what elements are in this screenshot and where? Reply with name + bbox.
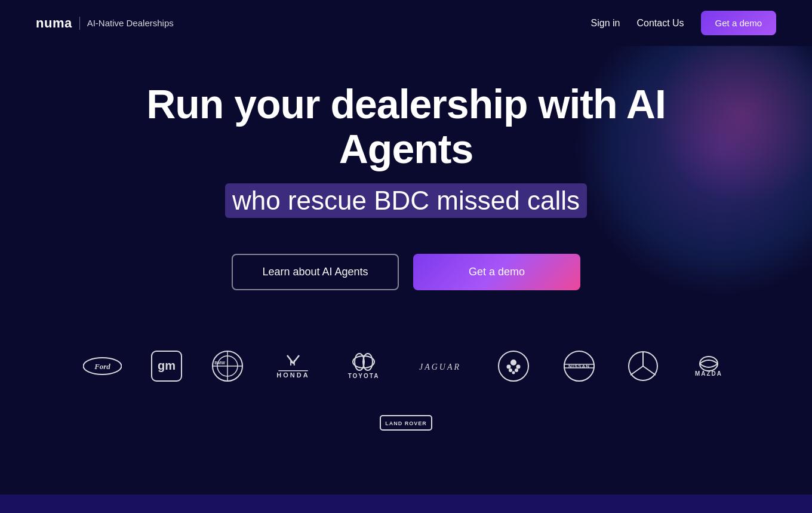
honda-logo: H HONDA xyxy=(272,352,314,379)
brand-logos-strip: Ford gm BMW H HONDA xyxy=(24,338,788,471)
navbar: numa AI-Native Dealerships Sign in Conta… xyxy=(0,0,812,46)
svg-point-22 xyxy=(515,368,518,372)
svg-point-31 xyxy=(700,357,718,371)
hero-title: Run your dealership with AI Agents xyxy=(137,82,675,171)
svg-point-23 xyxy=(512,371,515,374)
hero-section: Run your dealership with AI Agents who r… xyxy=(0,46,812,494)
contact-button[interactable]: Contact Us xyxy=(636,18,684,29)
logo-subtitle: AI-Native Dealerships xyxy=(87,18,174,28)
hero-content: Run your dealership with AI Agents who r… xyxy=(137,82,675,338)
testimonial-section: “Our service department now runs on Numa… xyxy=(0,494,812,513)
svg-point-19 xyxy=(506,364,510,368)
nav-get-demo-button[interactable]: Get a demo xyxy=(701,11,776,35)
nav-actions: Sign in Contact Us Get a demo xyxy=(591,11,776,35)
signin-button[interactable]: Sign in xyxy=(591,18,620,29)
svg-text:LAND ROVER: LAND ROVER xyxy=(385,420,427,426)
svg-line-30 xyxy=(643,366,656,375)
svg-point-20 xyxy=(516,364,520,368)
nissan-logo: NISSAN xyxy=(560,350,598,382)
svg-text:JAGUAR: JAGUAR xyxy=(419,363,460,371)
subaru-logo xyxy=(496,350,531,382)
svg-text:MAZDA: MAZDA xyxy=(694,370,722,377)
landrover-logo: LAND ROVER xyxy=(379,411,433,435)
hero-subtitle: who rescue BDC missed calls xyxy=(232,186,580,215)
svg-text:Ford: Ford xyxy=(94,362,110,371)
svg-point-18 xyxy=(510,360,516,365)
mercedes-logo xyxy=(627,350,659,382)
bmw-logo: BMW xyxy=(211,350,244,382)
svg-text:TOYOTA: TOYOTA xyxy=(347,373,379,379)
svg-point-21 xyxy=(509,368,512,372)
logo-area: numa AI-Native Dealerships xyxy=(36,16,174,31)
toyota-logo: TOYOTA xyxy=(343,351,385,381)
svg-line-29 xyxy=(630,366,643,375)
svg-text:BMW: BMW xyxy=(214,361,225,365)
logo-text: numa xyxy=(36,16,72,31)
jaguar-logo: JAGUAR xyxy=(413,357,467,375)
svg-point-17 xyxy=(499,351,528,381)
hero-buttons: Learn about AI Agents Get a demo xyxy=(137,254,675,290)
mazda-logo: MAZDA xyxy=(688,354,730,378)
ford-logo: Ford xyxy=(83,357,122,375)
learn-agents-button[interactable]: Learn about AI Agents xyxy=(232,254,399,290)
gm-logo: gm xyxy=(150,350,183,382)
hero-get-demo-button[interactable]: Get a demo xyxy=(413,254,580,290)
logo-divider xyxy=(79,17,80,30)
svg-text:gm: gm xyxy=(158,359,176,372)
svg-text:NISSAN: NISSAN xyxy=(568,364,589,369)
svg-text:HONDA: HONDA xyxy=(276,371,309,379)
hero-subtitle-highlight: who rescue BDC missed calls xyxy=(225,183,587,218)
